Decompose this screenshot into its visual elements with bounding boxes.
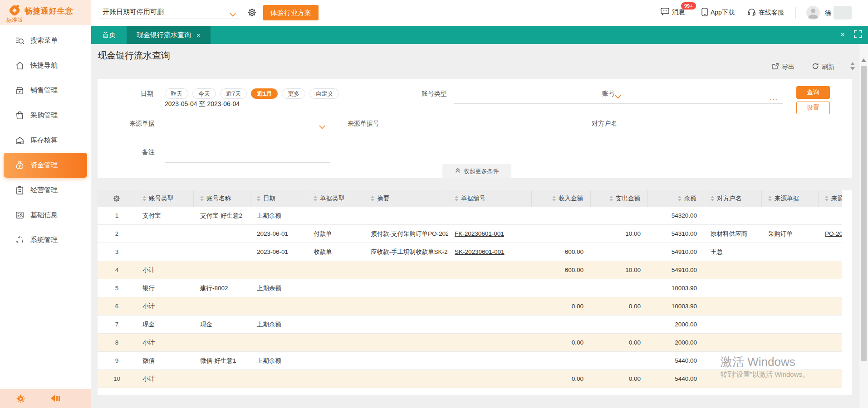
export-button[interactable]: 导出 (772, 63, 794, 71)
table-row: 1支付宝支付宝-好生意2上期余额54320.00 (98, 207, 842, 225)
fullscreen-icon[interactable] (854, 30, 862, 40)
counterparty-input[interactable] (622, 134, 783, 134)
tab-home[interactable]: 首页 (91, 26, 127, 44)
sort-icon[interactable] (200, 196, 204, 201)
column-header-账号类型[interactable]: 账号类型 (136, 190, 194, 207)
table-row-subtotal: 6小计0.000.0010003.90 (98, 297, 842, 316)
account-set-dropdown[interactable]: 开账日期可停用可删 (99, 6, 240, 19)
document-link[interactable]: SK-20230601-001 (455, 248, 505, 255)
column-label: 支出金额 (616, 194, 640, 203)
chevron-down-icon[interactable] (319, 123, 325, 131)
sort-icon[interactable] (455, 196, 458, 201)
cell-单据编号 (448, 279, 532, 297)
sort-icon[interactable] (609, 196, 613, 201)
tab-cash-bank-flow[interactable]: 现金银行流水查询 × (127, 26, 211, 44)
column-header-对方户名[interactable]: 对方户名 (704, 190, 762, 207)
settings-button[interactable]: 设置 (796, 102, 830, 114)
chevron-down-icon (230, 10, 236, 18)
sidebar-item-快捷导航[interactable]: 快捷导航 (4, 53, 87, 78)
cell-对方户名 (704, 316, 762, 333)
cell-摘要 (364, 279, 448, 297)
cell-账号类型: 银行 (136, 279, 194, 297)
cell-日期 (250, 261, 307, 279)
topbar: 开账日期可停用可删 体验行业方案 消息 99+ App下载 在线 (91, 0, 868, 26)
user-avatar[interactable] (806, 6, 820, 19)
document-link[interactable]: FK-20230601-001 (455, 230, 504, 237)
sidebar-item-资金管理[interactable]: 资金管理 (4, 153, 87, 178)
date-preset-自定义[interactable]: 自定义 (309, 88, 339, 99)
sidebar-item-库存核算[interactable]: 库存核算 (4, 128, 87, 153)
account-input[interactable] (620, 103, 783, 104)
sidebar-item-经营管理[interactable]: 经营管理 (4, 178, 87, 203)
spinner-down-icon[interactable] (850, 67, 855, 70)
scrollbar-thumb[interactable] (861, 66, 867, 361)
chevron-down-icon[interactable] (615, 92, 621, 101)
cell-单据编号 (448, 352, 532, 369)
column-header-单据类型[interactable]: 单据类型 (307, 190, 364, 207)
collapse-filters-button[interactable]: 收起更多条件 (442, 164, 511, 178)
page-title: 现金银行流水查询 (98, 49, 170, 62)
date-preset-昨天[interactable]: 昨天 (165, 88, 188, 99)
sidebar-item-销售管理[interactable]: 销售管理 (4, 78, 87, 103)
date-preset-近7天[interactable]: 近7天 (220, 88, 247, 99)
date-preset-今天[interactable]: 今天 (192, 88, 216, 99)
remark-input[interactable] (165, 162, 330, 163)
column-header-单据编号[interactable]: 单据编号 (448, 190, 532, 207)
column-header-账号名称[interactable]: 账号名称 (194, 190, 250, 207)
column-header-来源单据号[interactable]: 来源单据号 (819, 190, 842, 207)
sort-icon[interactable] (314, 196, 317, 201)
column-header-来源单据[interactable]: 来源单据 (762, 190, 819, 207)
date-preset-近1月[interactable]: 近1月 (251, 88, 278, 99)
sort-icon[interactable] (257, 196, 260, 201)
messages-button[interactable]: 消息 (661, 8, 685, 17)
column-header-收入金额[interactable]: 收入金额 (532, 190, 591, 207)
sort-icon[interactable] (371, 196, 374, 201)
sort-icon[interactable] (552, 196, 556, 201)
page-scrollbar[interactable] (859, 44, 868, 408)
account-type-select[interactable] (454, 103, 628, 104)
sort-icon[interactable] (768, 196, 772, 201)
sidebar-item-系统管理[interactable]: 系统管理 (4, 228, 87, 253)
page-spinner[interactable] (850, 62, 855, 70)
cell-支出金额: 0.00 (591, 370, 648, 388)
sort-icon[interactable] (711, 196, 714, 201)
online-support-button[interactable]: 在线客服 (747, 8, 784, 18)
source-doc-select[interactable] (165, 134, 330, 134)
sidebar-settings-gear-icon[interactable] (16, 394, 25, 405)
close-all-tabs-icon[interactable]: × (836, 26, 849, 44)
cell-来源单据号 (819, 352, 842, 369)
cell-对方户名: 原材料供应商 (704, 225, 762, 243)
cell-单据类型 (307, 370, 364, 388)
source-doc-no-label: 来源单据号 (348, 120, 386, 128)
settings-gear-icon[interactable] (247, 8, 257, 19)
document-link[interactable]: PO-20230601-001 (825, 230, 842, 237)
sort-icon[interactable] (825, 196, 829, 201)
funds-icon (15, 161, 24, 170)
query-button[interactable]: 查询 (796, 86, 830, 99)
messages-badge: 99+ (681, 2, 696, 10)
refresh-button[interactable]: 刷新 (812, 63, 834, 71)
cell-收入金额 (532, 352, 591, 369)
app-download-button[interactable]: App下载 (701, 8, 735, 18)
column-header-余额[interactable]: 余额 (648, 190, 704, 207)
sidebar-item-采购管理[interactable]: 采购管理 (4, 103, 87, 128)
tab-close-icon[interactable]: × (196, 31, 201, 39)
column-header-日期[interactable]: 日期 (250, 190, 307, 207)
sort-icon[interactable] (142, 196, 146, 201)
sidebar-item-基础信息[interactable]: 基础信息 (4, 203, 87, 228)
sidebar-collapse-icon[interactable] (51, 395, 60, 403)
column-header-摘要[interactable]: 摘要 (364, 190, 448, 207)
trial-plan-button[interactable]: 体验行业方案 (263, 5, 319, 20)
source-doc-no-input[interactable] (398, 134, 533, 134)
column-header-支出金额[interactable]: 支出金额 (591, 190, 648, 207)
account-more-button[interactable]: ... (770, 94, 778, 102)
date-range-value[interactable]: 2023-05-04 至 2023-06-04 (165, 100, 240, 108)
sort-icon[interactable] (678, 196, 682, 201)
column-settings-gear-icon[interactable] (98, 190, 136, 207)
sidebar-item-搜索菜单[interactable]: 搜索菜单 (4, 28, 87, 53)
cell-对方户名: 王总 (704, 243, 762, 261)
date-preset-更多[interactable]: 更多 (282, 88, 305, 99)
cell-来源单据 (762, 243, 819, 261)
spinner-up-icon[interactable] (850, 62, 855, 65)
scroll-up-icon[interactable] (861, 56, 866, 64)
